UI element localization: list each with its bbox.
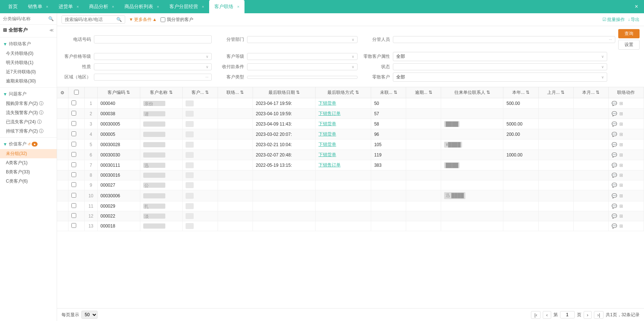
sidebar-item-class-b[interactable]: B类客户(33)	[0, 167, 57, 177]
row-select-checkbox[interactable]	[71, 223, 76, 228]
last-contact-date-header[interactable]: 最后联络日期 ⇅	[253, 87, 315, 98]
row-select-checkbox[interactable]	[71, 142, 76, 147]
payment-select[interactable]: ∨	[247, 63, 358, 70]
settings-col-header[interactable]: ⚙	[57, 87, 68, 98]
sidebar-item-unclassified[interactable]: 未分组(32)	[0, 149, 57, 158]
type-col-header[interactable]: 客户... ⇅	[183, 87, 218, 98]
message-icon[interactable]: 💬	[612, 183, 617, 188]
message-icon[interactable]: 💬	[612, 152, 617, 158]
row-select-checkbox[interactable]	[71, 162, 76, 167]
grid-icon[interactable]: ⊞	[619, 101, 623, 106]
message-icon[interactable]: 💬	[612, 204, 617, 209]
price-grade-select[interactable]: ∨	[94, 53, 212, 60]
sidebar-item-tomorrow-contact[interactable]: 明天待联络(1)	[0, 58, 57, 67]
my-customers-checkbox[interactable]	[161, 17, 165, 22]
row-select-checkbox[interactable]	[71, 203, 76, 208]
region-select[interactable]: ···	[94, 74, 212, 81]
last-page-btn[interactable]: ›|	[594, 311, 603, 319]
search-icon[interactable]: 🔍	[116, 17, 122, 22]
contact-col-header[interactable]: 联络... ⇅	[218, 87, 253, 98]
problem-customers-group[interactable]: ▼ 问题客户	[0, 89, 57, 99]
cust-grade-select[interactable]: ∨	[247, 53, 358, 60]
close-purchase-tab[interactable]: ×	[77, 4, 79, 9]
row-select-checkbox[interactable]	[71, 100, 76, 105]
row-select-checkbox[interactable]	[71, 152, 76, 157]
sidebar-item-abnormal[interactable]: 囤购异常客户(2) ⓘ	[0, 99, 57, 108]
grid-icon[interactable]: ⊞	[619, 152, 623, 158]
contact-method-link[interactable]: 下销售订单	[319, 162, 341, 167]
grid-icon[interactable]: ⊞	[619, 121, 623, 127]
message-icon[interactable]: 💬	[612, 121, 617, 127]
sidebar-search-input[interactable]	[3, 16, 48, 21]
tab-purchase[interactable]: 进货单 ×	[53, 0, 84, 13]
close-sales-tab[interactable]: ×	[46, 4, 48, 9]
person-select[interactable]: ···	[393, 36, 615, 43]
row-select-checkbox[interactable]	[71, 121, 76, 126]
contact-method-link[interactable]: 下销货单	[319, 100, 336, 106]
contact-method-link[interactable]: 下销货单	[319, 121, 336, 126]
query-button[interactable]: 查询	[618, 29, 640, 38]
status-select[interactable]: ∨	[393, 63, 607, 70]
first-page-btn[interactable]: |‹	[531, 311, 541, 319]
overdue-header[interactable]: 逾期... ⇅	[406, 87, 441, 98]
nature-select[interactable]: ∨	[94, 63, 212, 70]
tab-home[interactable]: 首页	[3, 0, 23, 13]
sidebar-item-overdue-contact[interactable]: 逾期未联络(30)	[0, 77, 57, 86]
more-conditions-btn[interactable]: ▼ 更多条件 ▲	[129, 17, 157, 23]
grid-icon[interactable]: ⊞	[619, 183, 623, 188]
not-contacted-header[interactable]: 未联... ⇅	[371, 87, 406, 98]
message-icon[interactable]: 💬	[612, 173, 617, 178]
contact-method-link[interactable]: 下销货单	[319, 152, 336, 157]
grid-icon[interactable]: ⊞	[619, 132, 623, 137]
value-customers-group[interactable]: ▼ 价值客户 ↺ ●	[0, 139, 57, 149]
search-input[interactable]	[65, 17, 116, 22]
grid-icon[interactable]: ⊞	[619, 163, 623, 168]
row-select-checkbox[interactable]	[71, 172, 76, 177]
row-select-checkbox[interactable]	[71, 213, 76, 218]
sidebar-item-class-a[interactable]: A类客户(1)	[0, 158, 57, 167]
sidebar-item-churned[interactable]: 已流失客户(24) ⓘ	[0, 117, 57, 127]
sidebar-item-declining[interactable]: 持续下滑客户(2) ⓘ	[0, 127, 57, 136]
grid-icon[interactable]: ⊞	[619, 193, 623, 198]
export-btn[interactable]: ↓ 导出	[628, 17, 640, 23]
sidebar-item-class-c[interactable]: C类客户(6)	[0, 177, 57, 186]
close-contact-tab[interactable]: ×	[237, 4, 239, 9]
select-all-checkbox[interactable]	[74, 90, 79, 95]
name-col-header[interactable]: 客户名称 ⇅	[140, 87, 183, 98]
sidebar-search-icon[interactable]: 🔍	[48, 16, 54, 21]
tab-customer-contact[interactable]: 客户联络 ×	[209, 0, 244, 13]
row-select-checkbox[interactable]	[71, 182, 76, 187]
row-select-checkbox[interactable]	[71, 131, 76, 136]
cust-type-select[interactable]	[247, 76, 358, 79]
message-icon[interactable]: 💬	[612, 163, 617, 168]
pending-contact-group[interactable]: ▼ 待联络客户	[0, 39, 57, 49]
next-page-btn[interactable]: ›	[584, 311, 592, 319]
tab-sales[interactable]: 销售单 ×	[23, 0, 53, 13]
last-contact-method-header[interactable]: 最后联络方式 ⇅	[315, 87, 371, 98]
row-select-checkbox[interactable]	[71, 193, 76, 198]
close-segment-tab[interactable]: ×	[202, 4, 204, 9]
contact-method-link[interactable]: 下销货单	[319, 131, 336, 137]
tab-product-analysis-list[interactable]: 商品分析列表 ×	[119, 0, 164, 13]
grid-icon[interactable]: ⊞	[619, 214, 623, 219]
message-icon[interactable]: 💬	[612, 132, 617, 137]
grid-icon[interactable]: ⊞	[619, 223, 623, 229]
dept-select[interactable]: ∨	[247, 36, 358, 43]
close-analysis-tab[interactable]: ×	[112, 4, 114, 9]
message-icon[interactable]: 💬	[612, 223, 617, 229]
batch-ops-btn[interactable]: ☑ 批量操作	[602, 17, 625, 23]
grid-icon[interactable]: ⊞	[619, 204, 623, 209]
prev-page-btn[interactable]: ‹	[543, 311, 551, 319]
this-month-header[interactable]: 本月... ⇅	[573, 87, 608, 98]
retail-cust-select[interactable]: 全部 ∨	[393, 73, 607, 82]
sidebar-item-7days-contact[interactable]: 近7天待联络(0)	[0, 67, 57, 77]
close-analysis-list-tab[interactable]: ×	[157, 4, 159, 9]
grid-icon[interactable]: ⊞	[619, 111, 623, 116]
per-page-select[interactable]: 50	[81, 311, 98, 319]
tab-customer-segment[interactable]: 客户分层经营 ×	[164, 0, 209, 13]
value-group-refresh[interactable]: ↺	[28, 142, 31, 146]
message-icon[interactable]: 💬	[612, 214, 617, 219]
phone-input[interactable]	[94, 35, 212, 43]
retail-attr-select[interactable]: 全部 ∨	[393, 52, 607, 61]
message-icon[interactable]: 💬	[612, 193, 617, 198]
